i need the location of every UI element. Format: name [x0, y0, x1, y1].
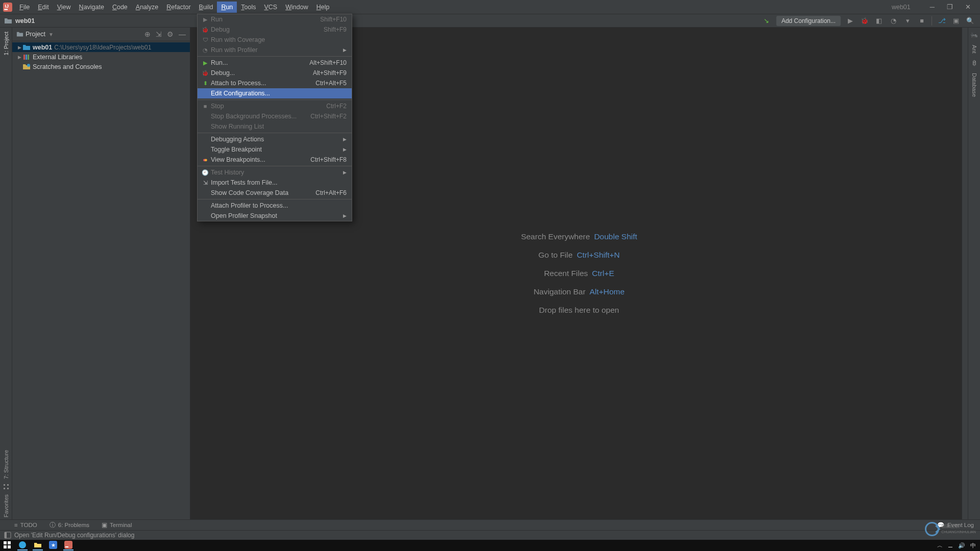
chevron-down-icon[interactable]: ▼ [48, 32, 54, 37]
breadcrumb[interactable]: web01 [15, 17, 35, 24]
start-button[interactable] [2, 540, 12, 550]
menu-file[interactable]: File [15, 2, 34, 13]
search-icon[interactable]: 🔍 [966, 16, 975, 26]
project-tree[interactable]: ▶ web01 C:\Users\ysy18\IdeaProjects\web0… [12, 41, 190, 71]
menu-code[interactable]: Code [108, 2, 132, 13]
tool-tab-structure[interactable]: 7: Structure [2, 446, 10, 483]
menu-item-shortcut: Shift+F10 [320, 16, 347, 23]
structure-icon [3, 483, 10, 490]
menu-item-shortcut: Ctrl+F2 [326, 103, 347, 110]
coverage-icon[interactable]: ◧ [874, 16, 884, 26]
svg-rect-21 [65, 546, 68, 547]
menu-item-show-code-coverage-data[interactable]: Show Code Coverage DataCtrl+Alt+F6 [198, 188, 352, 198]
menu-vcs[interactable]: VCS [260, 2, 282, 13]
svg-text:★: ★ [51, 542, 56, 548]
menu-item-run[interactable]: ▶Run...Alt+Shift+F10 [198, 58, 352, 68]
taskbar-app[interactable]: ★ [48, 540, 58, 550]
menu-item-label: Show Code Coverage Data [211, 189, 288, 196]
menu-help[interactable]: Help [312, 2, 334, 13]
menu-edit[interactable]: Edit [34, 2, 53, 13]
svg-rect-15 [4, 545, 7, 548]
vcs-icon[interactable]: ⎇ [937, 16, 946, 26]
tree-external-libraries[interactable]: ▶ External Libraries [12, 52, 190, 62]
profiler-icon[interactable]: ◔ [889, 16, 898, 26]
stop-icon[interactable]: ■ [917, 16, 926, 26]
welcome-row: Go to FileCtrl+Shift+N [521, 246, 638, 264]
welcome-label: Recent Files [544, 269, 588, 278]
tool-tab-todo[interactable]: ≡TODO [14, 522, 37, 528]
tool-tab-problems[interactable]: ⓘ6: Problems [50, 521, 89, 529]
more-run-icon[interactable]: ▾ [903, 16, 912, 26]
run-icon[interactable]: ▶ [846, 16, 855, 26]
taskbar-edge[interactable] [17, 540, 28, 550]
chevron-right-icon[interactable]: ▶ [16, 55, 22, 60]
add-configuration-button[interactable]: Add Configuration... [776, 16, 841, 26]
build-icon[interactable]: ↘ [762, 16, 771, 26]
menu-item-attach-profiler-to-process[interactable]: Attach Profiler to Process... [198, 201, 352, 211]
svg-rect-8 [26, 55, 27, 60]
window-controls: ─ ❐ ✕ [921, 3, 980, 11]
hide-icon[interactable]: — [179, 30, 186, 38]
welcome-row: Recent FilesCtrl+E [521, 264, 638, 283]
menu-build[interactable]: Build [195, 2, 217, 13]
gear-icon[interactable]: ⚙ [167, 30, 174, 38]
expand-icon[interactable]: ⇲ [156, 30, 162, 38]
tree-item-label: External Libraries [33, 54, 82, 61]
menu-item-label: Open Profiler Snapshot [211, 212, 277, 219]
menu-item-view-breakpoints[interactable]: ●●View Breakpoints...Ctrl+Shift+F8 [198, 155, 352, 165]
taskbar-explorer[interactable] [33, 540, 43, 550]
menu-item-run: ▶RunShift+F10 [198, 14, 352, 24]
menu-item-toggle-breakpoint[interactable]: Toggle Breakpoint▶ [198, 144, 352, 155]
status-icon[interactable] [4, 532, 11, 539]
menu-run[interactable]: Run [217, 2, 237, 13]
editor-scrollbar[interactable] [962, 28, 968, 538]
menu-item-edit-configurations[interactable]: Edit Configurations... [198, 88, 352, 98]
menu-item-label: Stop [211, 103, 224, 110]
clock-gray-icon: ◔ [201, 47, 210, 54]
menu-item-import-tests-from-file[interactable]: ⇲Import Tests from File... [198, 178, 352, 188]
tool-tab-project[interactable]: 1: Project [2, 28, 10, 59]
debug-icon[interactable]: 🐞 [860, 16, 869, 26]
tray-sound-icon[interactable]: 🔊 [958, 542, 965, 549]
ide-settings-icon[interactable]: ▣ [951, 16, 961, 26]
welcome-label: Navigation Bar [533, 287, 585, 296]
tree-root[interactable]: ▶ web01 C:\Users\ysy18\IdeaProjects\web0… [12, 42, 190, 52]
chevron-right-icon[interactable]: ▶ [16, 45, 22, 50]
menu-item-open-profiler-snapshot[interactable]: Open Profiler Snapshot▶ [198, 211, 352, 221]
svg-rect-6 [7, 488, 9, 489]
submenu-arrow-icon: ▶ [343, 137, 347, 142]
tray-wifi-icon[interactable]: ⚊ [948, 542, 953, 549]
menu-item-show-running-list: Show Running List [198, 121, 352, 132]
menu-item-label: Stop Background Processes... [211, 113, 297, 120]
menu-view[interactable]: View [53, 2, 75, 13]
svg-rect-13 [4, 541, 7, 544]
tool-tab-ant[interactable]: Ant [970, 41, 978, 58]
taskbar-intellij[interactable] [63, 540, 74, 550]
right-tool-stripe: 🐜 Ant 🛢 Database [968, 28, 980, 538]
menu-window[interactable]: Window [281, 2, 312, 13]
locate-icon[interactable]: ⊕ [144, 30, 151, 38]
welcome-shortcut: Double Shift [594, 232, 637, 241]
tray-ime-icon[interactable]: 中 [970, 542, 976, 549]
tree-scratches[interactable]: Scratches and Consoles [12, 62, 190, 71]
menu-navigate[interactable]: Navigate [75, 2, 108, 13]
menu-item-label: Debugging Actions [211, 136, 264, 143]
maximize-icon[interactable]: ❐ [947, 3, 953, 11]
menu-item-label: Debug [211, 26, 230, 33]
menu-analyze[interactable]: Analyze [132, 2, 162, 13]
close-icon[interactable]: ✕ [965, 3, 971, 11]
project-panel-title[interactable]: Project [26, 31, 45, 38]
tool-tab-terminal[interactable]: ▣Terminal [102, 521, 132, 529]
tool-tab-database[interactable]: Database [970, 69, 978, 101]
windows-taskbar: ★ ︿ ⚊ 🔊 中 [0, 540, 980, 551]
menu-item-debug[interactable]: 🐞Debug...Alt+Shift+F9 [198, 68, 352, 78]
minimize-icon[interactable]: ─ [930, 3, 935, 11]
menu-item-label: Attach Profiler to Process... [211, 202, 288, 209]
menu-item-attach-to-process[interactable]: ⬍Attach to Process...Ctrl+Alt+F5 [198, 78, 352, 88]
tray-chevron-icon[interactable]: ︿ [937, 542, 943, 549]
menu-refactor[interactable]: Refactor [162, 2, 194, 13]
menu-tools[interactable]: Tools [237, 2, 260, 13]
menu-item-debugging-actions[interactable]: Debugging Actions▶ [198, 134, 352, 144]
module-icon [22, 43, 31, 52]
todo-icon: ≡ [14, 522, 18, 528]
